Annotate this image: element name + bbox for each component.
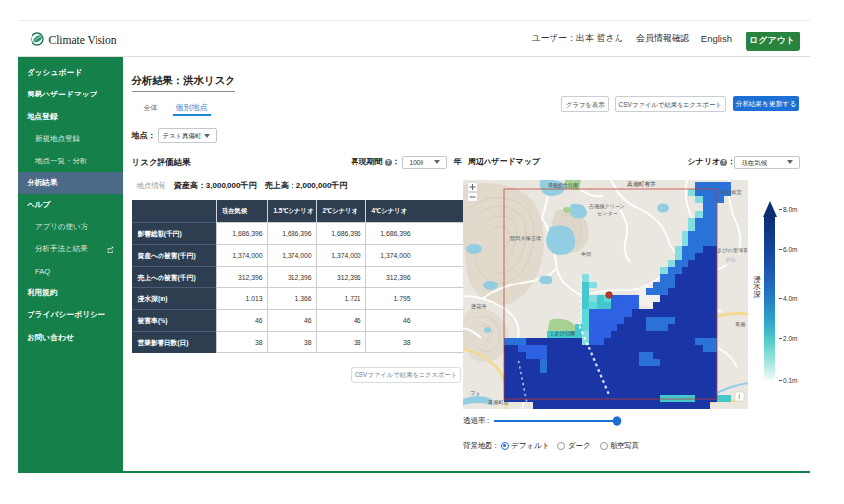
svg-text:小山: 小山 bbox=[725, 256, 735, 262]
svg-text:吉備線クリーン: 吉備線クリーン bbox=[588, 203, 625, 210]
svg-text:i: i bbox=[739, 393, 740, 400]
svg-text:真備: 真備 bbox=[735, 321, 745, 328]
svg-text:箭田大塚古墳: 箭田大塚古墳 bbox=[510, 235, 541, 242]
svg-text:半田: 半田 bbox=[581, 251, 591, 257]
svg-text:麻佐岐営: 麻佐岐営 bbox=[721, 189, 742, 196]
svg-text:まきび公園: まきび公園 bbox=[550, 330, 575, 337]
svg-text:真備町店: 真備町店 bbox=[488, 399, 510, 406]
svg-text:蓮花寺: 蓮花寺 bbox=[471, 303, 487, 310]
svg-text:フォ: フォ bbox=[470, 390, 481, 396]
svg-text:きびの里保育: きびの里保育 bbox=[717, 247, 748, 253]
svg-text:センター: センター bbox=[597, 210, 617, 216]
svg-text:真備町有井: 真備町有井 bbox=[627, 180, 656, 188]
svg-text:真備総合公園: 真備総合公園 bbox=[548, 182, 578, 189]
